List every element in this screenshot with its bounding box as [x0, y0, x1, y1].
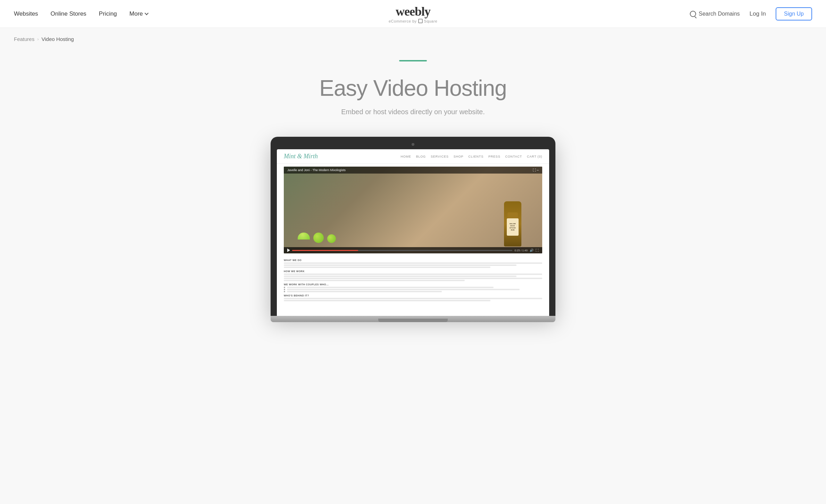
accent-line: [399, 60, 427, 61]
laptop-mockup: Mint & Mirth HOME BLOG SERVICES SHOP CLI…: [271, 137, 555, 322]
site-nav-clients: CLIENTS: [468, 155, 484, 158]
bullet-icon: [284, 287, 285, 288]
video-title-bar: Javelle and Joni - The Modern Mixologist…: [284, 167, 542, 174]
site-text-area: WHAT WE DO HOW WE WORK We work with coup…: [277, 256, 549, 305]
site-nav-blog: BLOG: [416, 155, 426, 158]
site-nav-home: HOME: [400, 155, 411, 158]
rum-label: BELOW DECK SPICED RUM: [507, 218, 519, 236]
video-controls-icons: ⛶ ⋯: [533, 168, 539, 172]
lime-small: [327, 234, 336, 243]
logo[interactable]: weebly: [396, 4, 430, 19]
site-section-behind-head: WHO'S BEHIND IT?: [284, 294, 542, 297]
site-video-block: Javelle and Joni - The Modern Mixologist…: [284, 167, 542, 253]
nav-online-stores[interactable]: Online Stores: [51, 10, 86, 17]
site-text-line: [287, 291, 442, 292]
signup-button[interactable]: Sign Up: [776, 7, 812, 20]
video-title-text: Javelle and Joni - The Modern Mixologist…: [287, 168, 346, 172]
breadcrumb-separator: ›: [37, 36, 39, 42]
site-text-line: [284, 280, 465, 281]
site-logo: Mint & Mirth: [284, 153, 318, 160]
site-text-line: [284, 276, 517, 277]
site-section-what-head: WHAT WE DO: [284, 259, 542, 261]
site-nav-services: SERVICES: [431, 155, 449, 158]
site-nav-cart: CART (0): [527, 155, 542, 158]
nav-left: Websites Online Stores Pricing More: [14, 10, 148, 17]
site-section-how-head: HOW WE WORK: [284, 270, 542, 272]
nav-more[interactable]: More: [130, 10, 148, 17]
laptop-mockup-wrapper: Mint & Mirth HOME BLOG SERVICES SHOP CLI…: [0, 137, 826, 322]
video-main-image: BELOW DECK SPICED RUM: [284, 167, 542, 253]
laptop-base: [271, 316, 555, 322]
site-nav-shop: SHOP: [454, 155, 464, 158]
bottle-neck: [507, 212, 518, 218]
site-text-line: [284, 274, 542, 275]
nav-websites[interactable]: Websites: [14, 10, 38, 17]
video-fullscreen-icon: ⛶: [536, 249, 539, 252]
video-vol-icon: 🔊: [530, 249, 534, 252]
breadcrumb-features-link[interactable]: Features: [14, 36, 34, 42]
nav-right: Search Domains Log In Sign Up: [690, 7, 812, 20]
laptop-screen: Mint & Mirth HOME BLOG SERVICES SHOP CLI…: [277, 149, 549, 316]
site-bullet-item: [284, 289, 542, 290]
nav-pricing[interactable]: Pricing: [99, 10, 117, 17]
site-bullet-item: [284, 291, 542, 292]
limes-decoration: [298, 233, 336, 243]
breadcrumb: Features › Video Hosting: [0, 28, 826, 46]
site-text-line: [284, 278, 542, 279]
login-button[interactable]: Log In: [750, 10, 766, 17]
site-text-line: [287, 289, 520, 290]
more-chevron-icon: [145, 11, 149, 15]
site-text-line: [284, 298, 542, 299]
search-icon: [690, 11, 696, 17]
site-bullet-item: [284, 287, 542, 288]
hero-section: Easy Video Hosting Embed or host videos …: [0, 46, 826, 137]
video-progress-fill: [292, 250, 358, 251]
hero-subtitle: Embed or host videos directly on your we…: [7, 108, 819, 116]
site-text-line: [284, 267, 490, 268]
logo-subtitle: eCommerce by Square: [389, 19, 437, 23]
breadcrumb-current: Video Hosting: [42, 36, 74, 42]
lime-half: [298, 233, 310, 240]
play-icon: [287, 249, 290, 252]
bullet-icon: [284, 289, 285, 290]
hero-title: Easy Video Hosting: [7, 75, 819, 101]
site-text-line: [284, 300, 490, 301]
site-text-line: [284, 262, 542, 264]
site-nav-contact: CONTACT: [505, 155, 522, 158]
lime-whole: [313, 233, 324, 243]
site-section-couples-head: We work with couples who...: [284, 283, 542, 286]
search-domains-button[interactable]: Search Domains: [690, 11, 740, 17]
site-text-line: [284, 264, 517, 266]
square-icon: [418, 19, 423, 23]
navbar: Websites Online Stores Pricing More weeb…: [0, 0, 826, 28]
video-progress: [292, 250, 512, 251]
rum-bottle: BELOW DECK SPICED RUM: [504, 201, 521, 246]
site-text-line: [287, 287, 494, 288]
video-time: 0:25 / 1:40: [514, 249, 528, 252]
bullet-icon: [284, 291, 285, 292]
nav-logo-area: weebly eCommerce by Square: [389, 4, 437, 23]
site-nav-links: HOME BLOG SERVICES SHOP CLIENTS PRESS CO…: [400, 155, 542, 158]
laptop-outer: Mint & Mirth HOME BLOG SERVICES SHOP CLI…: [271, 137, 555, 316]
laptop-camera: [412, 143, 414, 146]
site-content: Javelle and Joni - The Modern Mixologist…: [277, 167, 549, 305]
video-controls-bar: 0:25 / 1:40 🔊 ⛶: [284, 247, 542, 253]
site-navbar: Mint & Mirth HOME BLOG SERVICES SHOP CLI…: [277, 149, 549, 164]
site-nav-press: PRESS: [488, 155, 501, 158]
